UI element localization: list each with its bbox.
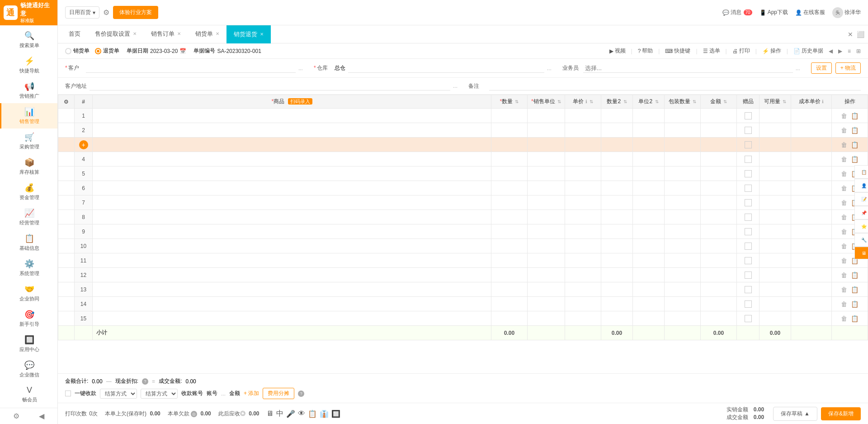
row-gift-12[interactable] [737,282,760,297]
row-unit-13[interactable] [527,297,565,311]
row-goods-1[interactable] [93,123,491,138]
row-price-1[interactable] [565,123,601,138]
goods-input-10[interactable] [95,257,488,264]
save-new-btn[interactable]: 保存&新增 [821,407,861,420]
row-qty-13[interactable] [491,297,527,311]
row-available-7[interactable] [760,210,791,224]
online-service-btn[interactable]: 👤 在线客服 [795,9,825,16]
row-cost-10[interactable] [791,253,832,268]
row-goods-3[interactable] [93,152,491,167]
row-pack-4[interactable] [665,167,701,181]
row-qty2-5[interactable] [601,181,633,195]
delete-btn-2[interactable]: 🗑 [841,141,847,148]
app-download-btn[interactable]: 📱 App下载 [760,9,788,16]
row-qty-8[interactable] [491,224,527,239]
row-available-10[interactable] [760,253,791,268]
copy-btn-0[interactable]: 📋 [851,112,859,119]
row-unit-4[interactable] [527,167,565,181]
copy-btn-2[interactable]: 📋 [851,141,859,148]
account-dots[interactable]: ... [221,391,226,397]
row-goods-4[interactable] [93,167,491,181]
toolbar-action-btn[interactable]: ⚡ 操作 [762,47,781,55]
row-cost-5[interactable] [791,181,832,195]
row-qty2-6[interactable] [601,195,633,210]
row-qty-6[interactable] [491,195,527,210]
row-gift-9[interactable] [737,239,760,253]
delete-btn-12[interactable]: 🗑 [841,286,847,293]
row-qty-2[interactable] [491,138,527,152]
row-amount-11[interactable] [701,268,737,282]
row-unit-0[interactable] [527,109,565,123]
row-qty2-1[interactable] [601,123,633,138]
row-goods-5[interactable] [93,181,491,195]
row-unit2-6[interactable] [633,195,665,210]
row-price-0[interactable] [565,109,601,123]
row-qty-4[interactable] [491,167,527,181]
row-available-3[interactable] [760,152,791,167]
tab-sales-invoice[interactable]: 销货单 ✕ [188,25,226,43]
row-unit2-8[interactable] [633,224,665,239]
sidebar-item-basic[interactable]: 📋 基础信息 [0,230,57,255]
one-click-checkbox[interactable] [65,391,71,396]
row-pack-6[interactable] [665,195,701,210]
row-price-4[interactable] [565,167,601,181]
row-available-13[interactable] [760,297,791,311]
row-goods-10[interactable] [93,253,491,268]
calc-select[interactable]: 结算方式 [141,389,178,399]
row-amount-4[interactable] [701,167,737,181]
right-panel-btn-1[interactable]: 📋 [854,165,868,179]
goods-input-7[interactable] [95,214,488,220]
row-goods-6[interactable] [93,195,491,210]
delete-btn-13[interactable]: 🗑 [841,300,847,308]
row-qty-7[interactable] [491,210,527,224]
gift-checkbox-11[interactable] [745,272,752,279]
row-amount-5[interactable] [701,181,737,195]
tab-close-sales-return[interactable]: ✕ [260,32,264,37]
row-amount-7[interactable] [701,210,737,224]
sidebar-item-search[interactable]: 🔍 搜索菜单 [0,27,57,52]
row-qty-5[interactable] [491,181,527,195]
row-qty2-8[interactable] [601,224,633,239]
row-unit-7[interactable] [527,210,565,224]
delete-btn-6[interactable]: 🗑 [841,199,847,206]
row-unit2-11[interactable] [633,268,665,282]
gift-checkbox-2[interactable] [745,141,752,148]
goods-input-0[interactable] [95,112,488,119]
bottom-icon-1[interactable]: 🖥 [266,410,274,418]
delete-btn-7[interactable]: 🗑 [841,214,847,221]
row-unit2-3[interactable] [633,152,665,167]
row-available-9[interactable] [760,239,791,253]
col-settings-header[interactable]: ⚙ [58,95,75,109]
row-cost-1[interactable] [791,123,832,138]
row-pack-2[interactable] [665,138,701,152]
row-gift-0[interactable] [737,109,760,123]
goods-input-13[interactable] [95,300,488,307]
row-price-12[interactable] [565,282,601,297]
sidebar-item-wechat[interactable]: 💬 企业微信 [0,357,57,382]
row-gift-3[interactable] [737,152,760,167]
row-unit2-13[interactable] [633,297,665,311]
row-available-0[interactable] [760,109,791,123]
row-unit-5[interactable] [527,181,565,195]
row-pack-5[interactable] [665,181,701,195]
row-price-6[interactable] [565,195,601,210]
add-row-btn[interactable]: + [79,140,88,149]
bottom-icon-3[interactable]: 🎤 [286,410,295,418]
row-pack-3[interactable] [665,152,701,167]
toolbar-history-btn[interactable]: 📄 历史单据 [793,47,823,55]
gift-checkbox-1[interactable] [745,127,752,134]
goods-input-8[interactable] [95,228,488,235]
radio-sales[interactable]: 销货单 [65,47,90,55]
row-available-14[interactable] [760,311,791,326]
right-panel-btn-6[interactable]: 🔧 [854,233,868,247]
salesperson-dots[interactable]: ... [796,65,800,71]
row-amount-3[interactable] [701,152,737,167]
row-available-4[interactable] [760,167,791,181]
row-cost-0[interactable] [791,109,832,123]
row-pack-12[interactable] [665,282,701,297]
row-amount-9[interactable] [701,239,737,253]
row-price-3[interactable] [565,152,601,167]
goods-input-9[interactable] [95,243,488,249]
tab-close-sales-order[interactable]: ✕ [177,31,181,36]
row-unit2-7[interactable] [633,210,665,224]
